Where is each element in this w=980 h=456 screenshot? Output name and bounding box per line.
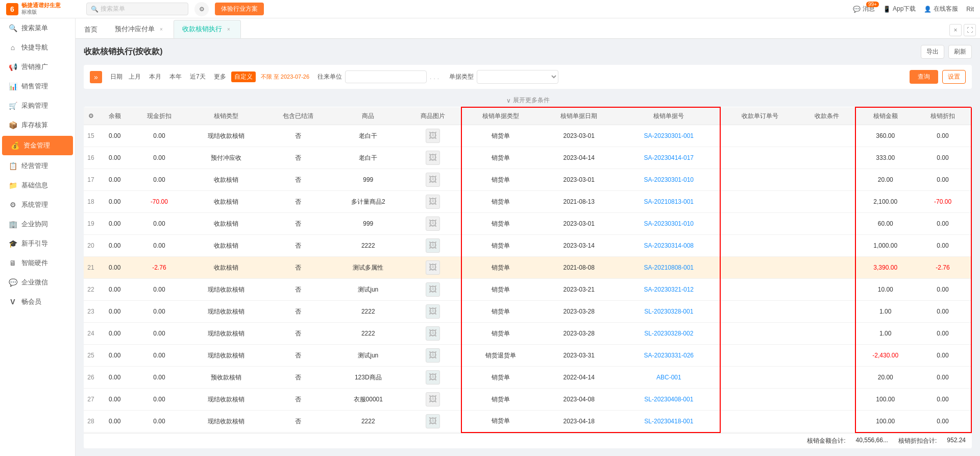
td-doc-no[interactable]: SA-20230301-010 xyxy=(618,169,721,191)
td-id: 22 xyxy=(84,279,98,301)
doc-no-link[interactable]: SA-20230301-010 xyxy=(644,176,694,183)
sidebar-item-sales[interactable]: 📊 销售管理 xyxy=(0,77,75,96)
td-cash-discount: 0.00 xyxy=(131,367,187,389)
sidebar-item-base[interactable]: 📁 基础信息 xyxy=(0,176,75,195)
sidebar-item-quick-nav[interactable]: ⌂ 快捷导航 xyxy=(0,38,75,57)
td-doc-no[interactable]: SL-20230328-001 xyxy=(618,301,721,323)
trial-button[interactable]: 体验行业方案 xyxy=(215,3,264,15)
system-icon: ⚙ xyxy=(8,200,17,209)
filter-toggle-button[interactable]: » xyxy=(90,71,102,83)
sidebar-item-inventory[interactable]: 📦 库存核算 xyxy=(0,115,75,135)
sidebar-item-hardware[interactable]: 🖥 智能硬件 xyxy=(0,253,75,273)
sidebar-item-purchase[interactable]: 🛒 采购管理 xyxy=(0,96,75,115)
td-doc-date: 2023-04-14 xyxy=(540,147,618,169)
td-doc-no[interactable]: SL-20230418-001 xyxy=(618,411,721,433)
date-this-year[interactable]: 本年 xyxy=(166,71,185,82)
sidebar-item-search[interactable]: 🔍 搜索菜单 xyxy=(0,18,75,38)
search-box[interactable]: 🔍 搜索菜单 xyxy=(86,3,188,15)
td-goods: 多计量商品2 xyxy=(332,191,405,213)
dots-separator: ... xyxy=(430,74,441,81)
doc-no-link[interactable]: SL-20230328-002 xyxy=(644,330,693,337)
ops-icon: 📋 xyxy=(8,161,17,171)
td-doc-no[interactable]: SA-20210813-001 xyxy=(618,191,721,213)
online-support-button[interactable]: 👤 在线客服 xyxy=(924,5,958,13)
tab-prepay[interactable]: 预付冲应付单 × xyxy=(106,20,174,38)
td-settled: 否 xyxy=(265,345,332,367)
td-doc-no[interactable]: SL-20230408-001 xyxy=(618,389,721,411)
settings-button[interactable]: ⚙ xyxy=(194,2,209,16)
doc-no-link[interactable]: SA-20230321-012 xyxy=(644,286,694,293)
refresh-button[interactable]: 刷新 xyxy=(948,45,972,59)
td-settled: 否 xyxy=(265,301,332,323)
td-doc-no[interactable]: ABC-001 xyxy=(618,367,721,389)
td-doc-no[interactable]: SA-20230321-012 xyxy=(618,279,721,301)
th-doc-type: 核销单据类型 xyxy=(461,107,540,125)
tab-collection[interactable]: 收款核销执行 × xyxy=(174,20,241,38)
doc-no-link[interactable]: SA-20230331-026 xyxy=(644,352,694,359)
td-doc-no[interactable]: SA-20230301-001 xyxy=(618,125,721,147)
expand-bar[interactable]: ∨ 展开更多条件 xyxy=(84,94,972,107)
partner-input[interactable] xyxy=(345,70,427,83)
tab-home[interactable]: 首页 xyxy=(76,20,106,38)
export-button[interactable]: 导出 xyxy=(921,45,944,59)
sidebar-item-wechat[interactable]: 💬 企业微信 xyxy=(0,273,75,292)
date-more[interactable]: 更多 xyxy=(211,71,229,82)
td-balance: 0.00 xyxy=(98,411,131,433)
td-doc-no[interactable]: SA-20230331-026 xyxy=(618,345,721,367)
td-doc-no[interactable]: SA-20230301-010 xyxy=(618,213,721,235)
product-image-empty: 🖼 xyxy=(426,392,440,406)
th-cash-discount: 现金折扣 xyxy=(131,107,187,125)
td-goods: 2222 xyxy=(332,301,405,323)
sidebar-item-member[interactable]: V 畅会员 xyxy=(0,292,75,311)
sidebar-item-marketing[interactable]: 📢 营销推广 xyxy=(0,57,75,77)
doc-no-link[interactable]: SL-20230408-001 xyxy=(644,396,693,403)
doc-no-link[interactable]: SA-20230314-008 xyxy=(644,242,694,249)
sidebar-item-guide[interactable]: 🎓 新手引导 xyxy=(0,234,75,253)
tab-collection-close[interactable]: × xyxy=(225,26,232,33)
table-body: 15 0.00 0.00 现结收款核销 否 老白干 🖼 销货单 2023-03-… xyxy=(84,125,971,433)
th-balance: 余额 xyxy=(98,107,131,125)
settings-button[interactable]: 设置 xyxy=(942,70,966,84)
date-this-month[interactable]: 本月 xyxy=(146,71,164,82)
td-doc-no[interactable]: SL-20230328-002 xyxy=(618,323,721,345)
message-button[interactable]: 💬 消息 99+ xyxy=(853,5,875,13)
td-cash-discount: -2.76 xyxy=(131,257,187,279)
tab-close-button[interactable]: × xyxy=(949,24,962,36)
app-name: 畅捷通谱好生意 xyxy=(21,2,61,9)
sidebar-item-corp[interactable]: 🏢 企业协同 xyxy=(0,214,75,234)
td-cash-discount: 0.00 xyxy=(131,345,187,367)
td-discount: 0.00 xyxy=(915,235,971,257)
table-row: 26 0.00 0.00 预收款核销 否 123D商品 🖼 销货单 2022-0… xyxy=(84,367,971,389)
tab-maximize-button[interactable]: ⛶ xyxy=(964,24,976,36)
doc-no-link[interactable]: SL-20230418-001 xyxy=(644,418,693,425)
td-settled: 否 xyxy=(265,235,332,257)
doc-no-link[interactable]: SA-20230301-010 xyxy=(644,220,694,227)
td-amount: 3,390.00 xyxy=(855,257,915,279)
date-custom[interactable]: 自定义 xyxy=(231,71,256,82)
date-last-month[interactable]: 上月 xyxy=(126,71,144,82)
doc-no-link[interactable]: ABC-001 xyxy=(656,374,681,381)
td-cond xyxy=(799,213,856,235)
member-icon: V xyxy=(8,297,17,306)
sidebar-item-finance[interactable]: 💰 资金管理 xyxy=(2,136,73,155)
date-filter-group: 日期 上月 本月 本年 近7天 更多 自定义 不限 至 2023-07-26 xyxy=(110,71,309,82)
td-doc-no[interactable]: SA-20230314-008 xyxy=(618,235,721,257)
doc-no-link[interactable]: SA-20230301-001 xyxy=(644,132,694,139)
app-download-button[interactable]: 📱 App下载 xyxy=(883,5,916,13)
sidebar-item-system[interactable]: ⚙ 系统管理 xyxy=(0,195,75,214)
doc-no-link[interactable]: SL-20230328-001 xyxy=(644,308,693,315)
td-doc-no[interactable]: SA-20210808-001 xyxy=(618,257,721,279)
doc-type-select[interactable] xyxy=(477,70,558,84)
doc-no-link[interactable]: SA-20210813-001 xyxy=(644,198,694,205)
th-cond: 收款条件 xyxy=(799,107,856,125)
td-type: 现结收款核销 xyxy=(187,389,265,411)
doc-no-link[interactable]: SA-20210808-001 xyxy=(644,264,694,271)
th-settings[interactable]: ⚙ xyxy=(84,107,98,125)
sidebar-item-ops[interactable]: 📋 经营管理 xyxy=(0,156,75,176)
tab-prepay-close[interactable]: × xyxy=(158,26,165,33)
td-doc-no[interactable]: SA-20230414-017 xyxy=(618,147,721,169)
date-7-days[interactable]: 近7天 xyxy=(187,71,209,82)
doc-no-link[interactable]: SA-20230414-017 xyxy=(644,154,694,161)
td-order-no xyxy=(720,345,799,367)
query-button[interactable]: 查询 xyxy=(910,70,938,84)
